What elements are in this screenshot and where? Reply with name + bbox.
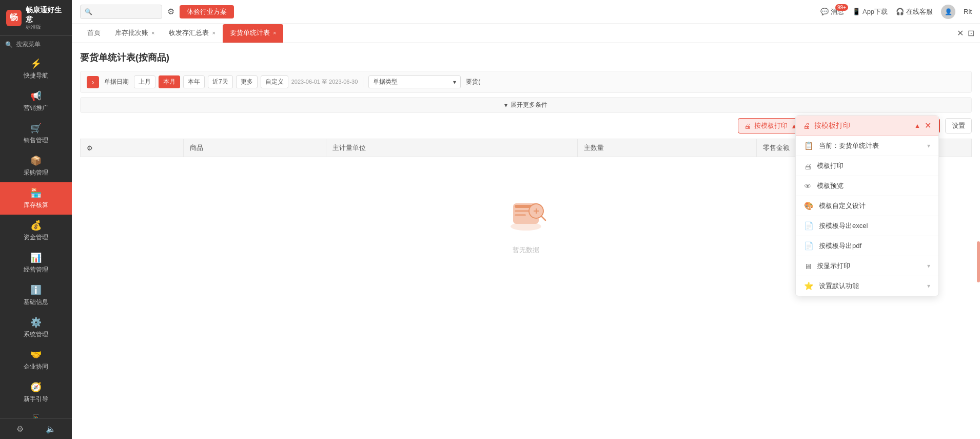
purchase-icon: 📦 — [30, 155, 42, 166]
sidebar-item-newbie[interactable]: 🧭 新手引导 — [0, 376, 72, 409]
service-icon: 🎧 — [896, 8, 904, 15]
filter-divider — [363, 77, 363, 87]
filter-expand-button[interactable]: › — [87, 76, 99, 88]
right-scroll-handle[interactable] — [977, 241, 980, 282]
apps-icon: 📱 — [30, 414, 42, 418]
system-icon: ⚙️ — [30, 317, 42, 328]
chevron-right-icon: › — [92, 78, 94, 86]
message-icon: 💬 — [820, 8, 829, 15]
template-excel-icon: 📄 — [804, 221, 814, 231]
newbie-icon: 🧭 — [30, 381, 42, 393]
app-download-button[interactable]: 📱 App下载 — [852, 7, 888, 16]
messages-badge: 99+ — [835, 4, 848, 11]
settings-button[interactable]: 设置 — [945, 118, 972, 133]
current-template-arrow: ▾ — [927, 142, 930, 149]
default-function-left: ⭐ 设置默认功能 — [804, 281, 859, 291]
current-template-left: 📋 当前：要货单统计表 — [804, 141, 879, 150]
print-icon: 🖨 — [744, 122, 751, 130]
top-search-icon: 🔍 — [85, 8, 92, 15]
dropdown-expand-icon[interactable]: ▲ — [914, 122, 920, 129]
sidebar-item-inventory[interactable]: 🏪 库存核算 — [0, 182, 72, 215]
template-custom-left: 🎨 模板自定义设计 — [804, 201, 866, 211]
tab-close-order-stats[interactable]: × — [273, 30, 276, 36]
sidebar-item-sales[interactable]: 🛒 销售管理 — [0, 118, 72, 150]
template-pdf-icon: 📄 — [804, 241, 814, 251]
logo-area: 畅 畅康通好生意 标准版 — [0, 0, 72, 36]
print-dropdown-header: 🖨 按模板打印 ▲ ✕ — [796, 116, 938, 136]
date-btn-this-year[interactable]: 本年 — [183, 75, 205, 88]
tab-receivable-summary[interactable]: 收发存汇总表 × — [162, 24, 222, 43]
sidebar-item-marketing[interactable]: 📢 营销推广 — [0, 85, 72, 118]
svg-rect-3 — [515, 210, 530, 212]
filter-bar: › 单据日期 上月 本月 本年 近7天 更多 自定义 2023-06-01 至 … — [80, 71, 972, 93]
date-btn-this-month[interactable]: 本月 — [159, 75, 180, 88]
avatar-icon: 👤 — [945, 8, 952, 15]
dropdown-template-preview[interactable]: 👁 模板预览 — [796, 176, 938, 196]
sidebar-item-enterprise[interactable]: 🤝 企业协同 — [0, 344, 72, 376]
display-print-icon: 🖥 — [804, 262, 812, 271]
tab-inventory-batch[interactable]: 库存批次账 × — [108, 24, 162, 43]
top-bar: 🔍 ⚙ 体验行业方案 💬 消息 99+ 📱 App下载 🎧 在线客服 👤 Ri — [72, 0, 980, 24]
sidebar-item-system[interactable]: ⚙️ 系统管理 — [0, 312, 72, 344]
print-dropdown: 🖨 按模板打印 ▲ ✕ 📋 当前：要货单统计表 ▾ 🖨 — [795, 115, 939, 296]
print-template-button[interactable]: 🖨 按模板打印 ▲ — [738, 118, 804, 133]
quick-nav-icon: ⚡ — [30, 58, 42, 69]
page-content: 要货单统计表(按商品) › 单据日期 上月 本月 本年 近7天 更多 自定义 2… — [72, 43, 980, 439]
online-service-button[interactable]: 🎧 在线客服 — [896, 7, 933, 16]
tab-bar: 首页 库存批次账 × 收发存汇总表 × 要货单统计表 × ✕ ⊡ — [72, 24, 980, 43]
top-bar-right: 💬 消息 99+ 📱 App下载 🎧 在线客服 👤 Rit — [820, 5, 972, 19]
dropdown-template-export-pdf[interactable]: 📄 按模板导出pdf — [796, 236, 938, 256]
sidebar-item-finance[interactable]: 💰 资金管理 — [0, 215, 72, 247]
sidebar: 畅 畅康通好生意 标准版 🔍 搜索菜单 ⚡ 快捷导航 📢 营销推广 🛒 销售管理… — [0, 0, 72, 439]
basic-icon: ℹ️ — [30, 284, 42, 296]
logo-icon: 畅 — [6, 10, 22, 26]
current-template-icon: 📋 — [804, 141, 814, 150]
sidebar-item-purchase[interactable]: 📦 采购管理 — [0, 150, 72, 182]
date-btn-7days[interactable]: 近7天 — [208, 75, 233, 88]
tab-order-stats[interactable]: 要货单统计表 × — [223, 24, 283, 43]
settings-footer-icon[interactable]: ⚙ — [16, 424, 24, 434]
dropdown-default-function[interactable]: ⭐ 设置默认功能 ▾ — [796, 276, 938, 296]
tab-close-inventory-batch[interactable]: × — [151, 30, 154, 36]
tab-home[interactable]: 首页 — [80, 24, 108, 43]
sidebar-item-operations[interactable]: 📊 经营管理 — [0, 247, 72, 279]
order-type-select[interactable]: 单据类型 ▾ — [368, 75, 461, 88]
window-maximize-icon[interactable]: ⊡ — [968, 28, 974, 38]
template-excel-left: 📄 按模板导出excel — [804, 221, 868, 231]
template-preview-left: 👁 模板预览 — [804, 181, 844, 190]
top-gear-icon[interactable]: ⚙ — [167, 7, 174, 16]
sidebar-footer: ⚙ 🔈 — [0, 418, 72, 439]
display-print-left: 🖥 按显示打印 — [804, 261, 850, 271]
sidebar-item-quick-nav[interactable]: ⚡ 快捷导航 — [0, 53, 72, 85]
dropdown-display-print[interactable]: 🖥 按显示打印 ▾ — [796, 256, 938, 276]
default-function-icon: ⭐ — [804, 281, 814, 291]
tab-close-receivable-summary[interactable]: × — [212, 30, 215, 36]
tab-expand-button[interactable]: ✕ ⊡ — [959, 27, 972, 40]
date-filter-group: 上月 本月 本年 近7天 更多 自定义 2023-06-01 至 2023-06… — [134, 75, 358, 88]
dropdown-template-export-excel[interactable]: 📄 按模板导出excel — [796, 216, 938, 236]
sidebar-search[interactable]: 🔍 搜索菜单 — [0, 36, 72, 53]
date-btn-more[interactable]: 更多 — [236, 75, 258, 88]
dropdown-current-template[interactable]: 📋 当前：要货单统计表 ▾ — [796, 136, 938, 156]
expand-icon: ▾ — [504, 102, 507, 109]
sidebar-item-basic[interactable]: ℹ️ 基础信息 — [0, 279, 72, 312]
date-btn-custom[interactable]: 自定义 — [261, 75, 288, 88]
dropdown-template-custom[interactable]: 🎨 模板自定义设计 — [796, 196, 938, 216]
template-preview-icon: 👁 — [804, 182, 812, 190]
col-settings[interactable]: ⚙ — [81, 139, 184, 157]
print-header-icon: 🖨 — [803, 122, 810, 130]
audio-footer-icon[interactable]: 🔈 — [46, 424, 56, 434]
dropdown-close-icon[interactable]: ✕ — [925, 121, 931, 130]
date-btn-last-month[interactable]: 上月 — [134, 75, 155, 88]
messages-button[interactable]: 💬 消息 99+ — [820, 7, 844, 16]
trial-button[interactable]: 体验行业方案 — [180, 5, 234, 18]
top-bar-search[interactable]: 🔍 — [80, 5, 162, 19]
user-avatar[interactable]: 👤 — [941, 5, 955, 19]
expand-conditions-button[interactable]: ▾ 展开更多条件 — [80, 97, 972, 113]
empty-text: 暂无数据 — [513, 245, 539, 255]
date-filter-label: 单据日期 — [104, 78, 129, 86]
dropdown-template-print[interactable]: 🖨 模板打印 — [796, 156, 938, 176]
sidebar-item-apps[interactable]: 📱 应用中心 — [0, 409, 72, 418]
sidebar-nav: ⚡ 快捷导航 📢 营销推广 🛒 销售管理 📦 采购管理 🏪 库存核算 💰 资金管… — [0, 53, 72, 418]
window-close-icon[interactable]: ✕ — [957, 28, 964, 38]
